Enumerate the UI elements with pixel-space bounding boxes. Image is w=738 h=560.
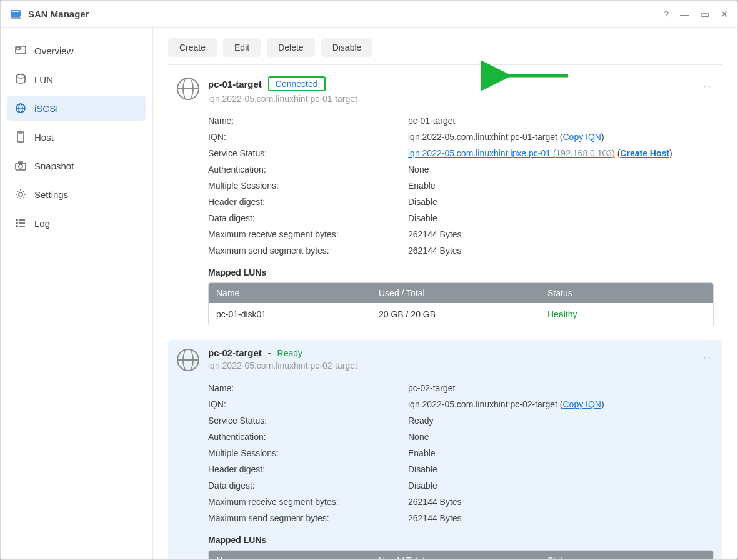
sidebar-item-iscsi[interactable]: iSCSI bbox=[7, 96, 146, 121]
sidebar-item-settings[interactable]: Settings bbox=[7, 182, 146, 207]
th-used: Used / Total bbox=[379, 288, 547, 298]
app-icon bbox=[9, 8, 22, 21]
label-service-status: Service Status: bbox=[208, 416, 408, 426]
value-iqn: iqn.2022-05.com.linuxhint:pc-02-target (… bbox=[408, 399, 714, 409]
value-service-status: Ready bbox=[408, 416, 714, 426]
label-hdigest: Header digest: bbox=[208, 464, 408, 474]
copy-iqn-link[interactable]: Copy IQN bbox=[562, 132, 601, 142]
table-header: Name Used / Total Status bbox=[209, 283, 713, 303]
label-maxsend: Maximum send segment bytes: bbox=[208, 513, 408, 523]
globe-icon bbox=[177, 78, 199, 100]
label-auth: Authentication: bbox=[208, 164, 408, 174]
edit-button[interactable]: Edit bbox=[223, 38, 261, 57]
label-ddigest: Data digest: bbox=[208, 213, 408, 223]
table-row[interactable]: pc-01-disk01 20 GB / 20 GB Healthy bbox=[209, 303, 713, 326]
sidebar-item-label: Log bbox=[34, 218, 50, 229]
app-body: Overview LUN iSCSI Host Snapshot Setting… bbox=[1, 28, 737, 560]
collapse-chevron-icon[interactable]: ︿ bbox=[704, 80, 711, 91]
label-service-status: Service Status: bbox=[208, 148, 408, 158]
svg-point-5 bbox=[16, 74, 25, 78]
service-status-link[interactable]: iqn.2022-05.com.linuxhint:ipxe.pc-01 (19… bbox=[408, 148, 615, 158]
collapse-chevron-icon[interactable]: ︿ bbox=[704, 351, 711, 362]
label-maxrecv: Maximum receive segment bytes: bbox=[208, 229, 408, 239]
create-host-link[interactable]: Create Host bbox=[620, 148, 669, 158]
main-content: Create Edit Delete Disable pc-01-target … bbox=[153, 28, 737, 560]
svg-point-19 bbox=[16, 226, 17, 227]
svg-rect-1 bbox=[12, 11, 19, 12]
app-window: SAN Manager ? — ▭ ✕ Overview LUN iSCSI bbox=[0, 0, 738, 560]
mapped-luns-title: Mapped LUNs bbox=[208, 268, 714, 278]
close-icon[interactable]: ✕ bbox=[721, 9, 729, 20]
target-card[interactable]: pc-02-target - Ready iqn.2022-05.com.lin… bbox=[168, 340, 722, 560]
sidebar-item-log[interactable]: Log bbox=[7, 211, 146, 236]
target-title: pc-02-target bbox=[208, 348, 262, 358]
maximize-icon[interactable]: ▭ bbox=[701, 9, 709, 20]
sidebar-item-lun[interactable]: LUN bbox=[7, 67, 146, 92]
status-badge-connected: Connected bbox=[268, 76, 326, 91]
sidebar: Overview LUN iSCSI Host Snapshot Setting… bbox=[1, 28, 153, 560]
svg-rect-2 bbox=[11, 18, 21, 19]
target-header: pc-01-target Connected iqn.2022-05.com.l… bbox=[177, 76, 714, 104]
app-title: SAN Manager bbox=[28, 9, 664, 19]
sidebar-item-label: Snapshot bbox=[34, 161, 74, 171]
value-name: pc-02-target bbox=[408, 383, 714, 393]
lun-used: 20 GB / 20 GB bbox=[379, 309, 547, 319]
value-maxsend: 262144 Bytes bbox=[408, 513, 714, 523]
value-auth: None bbox=[408, 432, 714, 442]
globe-icon bbox=[14, 102, 27, 114]
label-name: Name: bbox=[208, 116, 408, 126]
status-ready: Ready bbox=[277, 348, 302, 358]
toolbar: Create Edit Delete Disable bbox=[168, 38, 722, 65]
target-iqn-sub: iqn.2022-05.com.linuxhint:pc-02-target bbox=[208, 361, 714, 371]
label-ddigest: Data digest: bbox=[208, 481, 408, 491]
value-multi: Enable bbox=[408, 181, 714, 191]
target-details: Name:pc-01-target IQN:iqn.2022-05.com.li… bbox=[208, 112, 714, 259]
host-icon bbox=[14, 131, 27, 143]
value-iqn: iqn.2022-05.com.linuxhint:pc-01-target (… bbox=[408, 132, 714, 142]
label-iqn: IQN: bbox=[208, 399, 408, 409]
copy-iqn-link[interactable]: Copy IQN bbox=[562, 399, 601, 409]
target-title: pc-01-target bbox=[208, 79, 262, 89]
value-name: pc-01-target bbox=[408, 116, 714, 126]
camera-icon bbox=[14, 159, 27, 172]
label-auth: Authentication: bbox=[208, 432, 408, 442]
label-iqn: IQN: bbox=[208, 132, 408, 142]
disable-button[interactable]: Disable bbox=[321, 38, 373, 57]
lun-status: Healthy bbox=[547, 309, 706, 319]
th-used: Used / Total bbox=[379, 556, 547, 560]
minimize-icon[interactable]: — bbox=[680, 9, 689, 19]
value-ddigest: Disable bbox=[408, 213, 714, 223]
help-icon[interactable]: ? bbox=[664, 9, 669, 19]
target-iqn-sub: iqn.2022-05.com.linuxhint:pc-01-target bbox=[208, 94, 714, 104]
dashboard-icon bbox=[14, 44, 27, 57]
sidebar-item-overview[interactable]: Overview bbox=[7, 38, 146, 63]
sidebar-item-label: Overview bbox=[34, 46, 74, 56]
value-service-status: iqn.2022-05.com.linuxhint:ipxe.pc-01 (19… bbox=[408, 148, 714, 158]
disk-icon bbox=[14, 73, 27, 86]
mapped-luns-table: Name Used / Total Status pc-02-disk01 20… bbox=[208, 550, 714, 560]
label-multi: Multiple Sessions: bbox=[208, 448, 408, 458]
svg-point-14 bbox=[19, 192, 22, 196]
sidebar-item-label: LUN bbox=[34, 74, 53, 85]
svg-rect-0 bbox=[11, 10, 21, 17]
status-separator: - bbox=[268, 348, 271, 358]
label-hdigest: Header digest: bbox=[208, 197, 408, 207]
value-maxrecv: 262144 Bytes bbox=[408, 229, 714, 239]
th-status: Status bbox=[547, 288, 706, 298]
window-buttons: ? — ▭ ✕ bbox=[664, 9, 729, 20]
svg-point-17 bbox=[16, 222, 17, 224]
delete-button[interactable]: Delete bbox=[267, 38, 314, 57]
label-maxrecv: Maximum receive segment bytes: bbox=[208, 497, 408, 507]
sidebar-item-label: Host bbox=[34, 132, 54, 142]
label-name: Name: bbox=[208, 383, 408, 393]
globe-icon bbox=[177, 349, 199, 371]
sidebar-item-label: iSCSI bbox=[34, 103, 58, 114]
sidebar-item-host[interactable]: Host bbox=[7, 124, 146, 149]
mapped-luns-table: Name Used / Total Status pc-01-disk01 20… bbox=[208, 282, 714, 326]
annotation-arrow bbox=[499, 66, 574, 87]
title-bar: SAN Manager ? — ▭ ✕ bbox=[1, 1, 737, 28]
target-card[interactable]: pc-01-target Connected iqn.2022-05.com.l… bbox=[168, 69, 722, 338]
th-name: Name bbox=[216, 288, 379, 298]
create-button[interactable]: Create bbox=[168, 38, 217, 57]
sidebar-item-snapshot[interactable]: Snapshot bbox=[7, 153, 146, 178]
